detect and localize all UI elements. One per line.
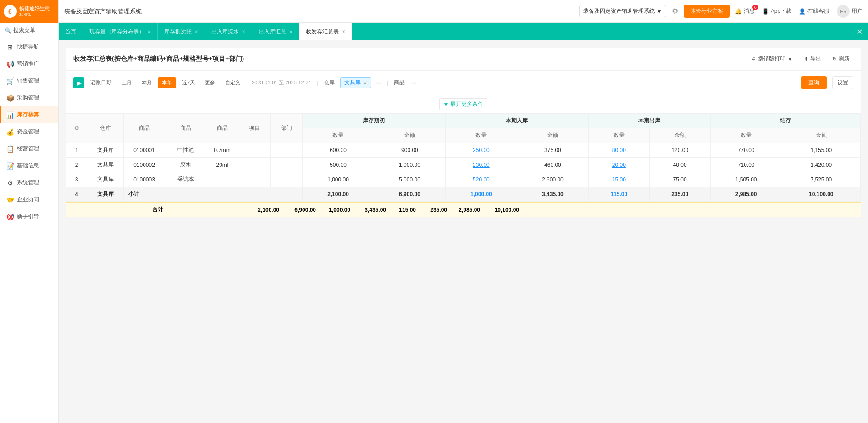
system-select-label: 装备及固定资产辅助管理系统 — [583, 7, 655, 15]
tab-stock-dist[interactable]: 现存量（库存分布表） ✕ — [83, 23, 158, 40]
tab-in-out-summary[interactable]: 出入库汇总 ✕ — [252, 23, 299, 40]
tab-close-btn[interactable]: ✕ — [289, 29, 293, 34]
warehouse-label: 仓库 — [324, 79, 335, 87]
sidebar-nav-label: 新手引导 — [17, 213, 39, 220]
topbar-actions: 🔔 消息 6 📱 App下载 👤 在线客服 Ea 用户 — [735, 5, 862, 18]
th-in-qty: 数量 — [445, 128, 517, 143]
tab-close-btn[interactable]: ✕ — [242, 29, 245, 34]
sidebar-item-guide[interactable]: 🎯新手引导 — [0, 208, 58, 225]
cell-close-amt: 7,525.00 — [782, 172, 860, 187]
download-icon: 📱 — [762, 8, 769, 15]
expand-conditions-btn[interactable]: ▼ 展开更多条件 — [439, 98, 488, 110]
date-btn-上月[interactable]: 上月 — [117, 77, 136, 88]
subtotal-warehouse: 文具库 — [87, 187, 124, 202]
date-btn-自定义[interactable]: 自定义 — [221, 77, 244, 88]
tab-in-out-flow[interactable]: 出入库流水 ✕ — [205, 23, 252, 40]
system-icon: ⚙ — [6, 179, 14, 187]
search-menu-label: 搜索菜单 — [13, 27, 35, 34]
panel-header: 收发存汇总表(按仓库+商品编码+商品+规格型号+项目+部门) 🖨 拨销版打印 ▼… — [66, 48, 861, 71]
online-service-btn[interactable]: 👤 在线客服 — [799, 7, 829, 15]
cell-name: 中性笔 — [165, 143, 206, 158]
cell-out-qty[interactable]: 20.00 — [588, 158, 649, 172]
warehouse-tag-close[interactable]: ✕ — [363, 80, 367, 86]
date-btn-本月[interactable]: 本月 — [138, 77, 156, 88]
th-settings: ⚙ — [66, 114, 87, 143]
sidebar-item-collab[interactable]: 🤝企业协同 — [0, 191, 58, 208]
cell-open-amt: 5,000.00 — [374, 172, 445, 187]
settings-button[interactable]: 设置 — [832, 76, 853, 89]
print-btn[interactable]: 🖨 拨销版打印 ▼ — [747, 53, 796, 65]
date-btn-近7天[interactable]: 近7天 — [178, 77, 199, 88]
cell-code: 0100002 — [124, 158, 165, 172]
filter-toggle-btn[interactable]: ▶ — [73, 77, 84, 88]
cell-out-qty[interactable]: 15.00 — [588, 172, 649, 187]
notifications-btn[interactable]: 🔔 消息 6 — [735, 7, 755, 15]
gear-icon[interactable]: ⚙ — [71, 123, 82, 134]
panel-actions: 🖨 拨销版打印 ▼ ⬇ 导出 ↻ 刷新 — [747, 53, 853, 65]
cell-index: 1 — [66, 143, 87, 158]
warehouse-more-btn[interactable]: ··· — [377, 80, 381, 86]
sidebar-nav-label: 经营管理 — [17, 145, 39, 153]
cell-out-qty[interactable]: 80.00 — [588, 143, 649, 158]
cell-open-qty: 500.00 — [303, 158, 374, 172]
purchase-icon: 📦 — [6, 94, 14, 102]
sidebar-item-finance[interactable]: 💰资金管理 — [0, 123, 58, 140]
tab-home[interactable]: 首页 — [59, 23, 83, 40]
avatar: Ea — [837, 5, 850, 18]
tab-close-btn[interactable]: ✕ — [194, 29, 198, 34]
gear-icon[interactable]: ⚙ — [672, 7, 678, 16]
tab-receive-send[interactable]: 收发存汇总表 ✕ — [299, 23, 352, 40]
sidebar-item-operation[interactable]: 📋经营管理 — [0, 140, 58, 157]
cell-in-amt: 2,600.00 — [517, 172, 588, 187]
refresh-icon: ↻ — [832, 56, 837, 62]
warehouse-tag[interactable]: 文具库 ✕ — [340, 77, 371, 88]
sidebar-nav-label: 快捷导航 — [17, 43, 39, 51]
filter-bar: ▶ 记账日期 上月本月本年近7天更多自定义 2023-01-01 至 2023-… — [66, 71, 861, 95]
search-menu[interactable]: 🔍 搜索菜单 — [0, 23, 58, 38]
date-btn-本年[interactable]: 本年 — [158, 77, 176, 88]
user-btn[interactable]: Ea 用户 — [837, 5, 862, 18]
table-footer: 合计 2,100.00 6,900.00 1,000.00 3,435.00 1… — [66, 202, 861, 217]
close-all-tabs-btn[interactable]: ✕ — [851, 27, 868, 36]
tabs-bar: 首页现存量（库存分布表） ✕库存批次账 ✕出入库流水 ✕出入库汇总 ✕收发存汇总… — [59, 23, 868, 40]
cell-in-qty[interactable]: 230.00 — [445, 158, 517, 172]
query-button[interactable]: 查询 — [801, 76, 827, 89]
sidebar-item-purchase[interactable]: 📦采购管理 — [0, 89, 58, 106]
date-btn-更多[interactable]: 更多 — [201, 77, 219, 88]
sidebar-nav-label: 企业协同 — [17, 196, 39, 203]
system-select[interactable]: 装备及固定资产辅助管理系统 ▼ — [579, 5, 666, 17]
app-download-btn[interactable]: 📱 App下载 — [762, 7, 791, 15]
th-out-amt: 金额 — [649, 128, 710, 143]
sidebar-nav-label: 资金管理 — [17, 128, 39, 136]
footer-close-qty: 2,985.00 — [447, 207, 480, 213]
sidebar-nav-label: 营销推广 — [17, 60, 39, 68]
tab-batch-ledger[interactable]: 库存批次账 ✕ — [158, 23, 205, 40]
experience-button[interactable]: 体验行业方案 — [684, 5, 730, 18]
sidebar-item-system[interactable]: ⚙系统管理 — [0, 174, 58, 191]
footer-open-amt: 6,900.00 — [279, 207, 316, 213]
guide-icon: 🎯 — [6, 213, 14, 220]
cell-in-qty[interactable]: 520.00 — [445, 172, 517, 187]
date-buttons: 上月本月本年近7天更多自定义 — [117, 77, 244, 88]
goods-more-btn[interactable]: ··· — [410, 80, 415, 86]
main-content: 装备及固定资产辅助管理系统 装备及固定资产辅助管理系统 ▼ ⚙ 体验行业方案 🔔… — [59, 0, 868, 423]
sidebar-item-sales[interactable]: 🛒销售管理 — [0, 72, 58, 89]
sidebar-item-inventory[interactable]: 📊库存核算 — [0, 106, 58, 123]
chevron-down-icon: ▼ — [787, 56, 793, 62]
sidebar-item-quick-nav[interactable]: ⊞快捷导航 — [0, 38, 58, 55]
sidebar-item-basic[interactable]: 📝基础信息 — [0, 157, 58, 174]
collab-icon: 🤝 — [6, 196, 14, 203]
cell-in-qty[interactable]: 250.00 — [445, 143, 517, 158]
tab-close-btn[interactable]: ✕ — [147, 29, 151, 34]
refresh-btn[interactable]: ↻ 刷新 — [829, 53, 853, 65]
expand-label: 展开更多条件 — [450, 100, 483, 108]
sidebar: 6 畅捷通好生意 标准版 🔍 搜索菜单 ⊞快捷导航📢营销推广🛒销售管理📦采购管理… — [0, 0, 59, 423]
tab-close-btn[interactable]: ✕ — [342, 29, 345, 34]
export-btn[interactable]: ⬇ 导出 — [800, 53, 825, 65]
cell-project — [238, 143, 271, 158]
sidebar-item-marketing[interactable]: 📢营销推广 — [0, 55, 58, 72]
cell-code: 0100003 — [124, 172, 165, 187]
cell-project — [238, 158, 271, 172]
goods-label: 商品 — [394, 79, 405, 87]
date-label: 记账日期 — [90, 79, 112, 87]
